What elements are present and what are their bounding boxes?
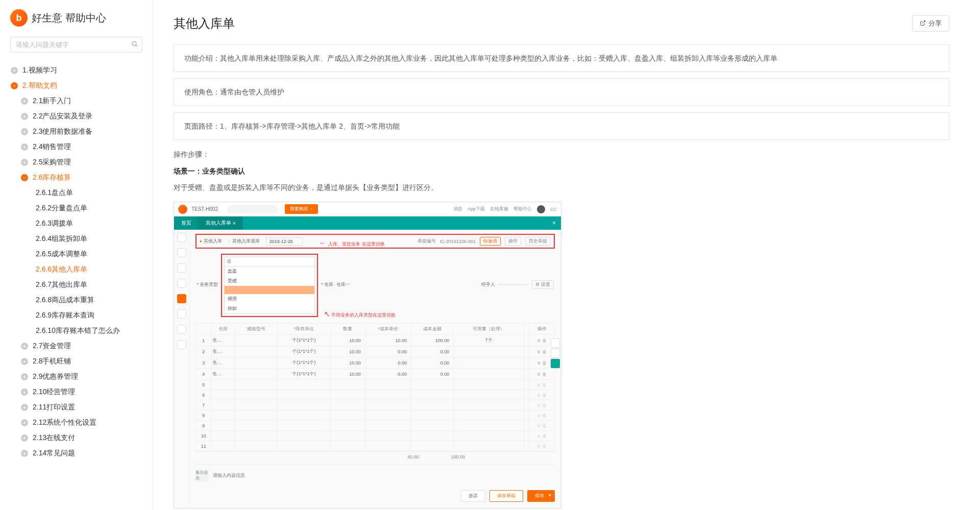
ss-nav-icon[interactable] [177, 279, 186, 288]
ss-dropdown-option[interactable]: 领用 [225, 294, 314, 304]
ss-draft-button[interactable]: 保存草稿 [489, 490, 523, 502]
table-row[interactable]: 1仓…个(1*1*1个)10.0010.00100.007个⊕ 🗑 [196, 335, 555, 346]
ss-dropdown-option[interactable]: 盘盈 [225, 266, 314, 276]
nav-item[interactable]: +2.5采购管理 [10, 155, 142, 170]
ss-dropdown-option[interactable]: 受赠 [225, 276, 314, 286]
ss-rtab-icon[interactable] [551, 338, 560, 348]
expand-icon: + [10, 66, 18, 75]
search-input[interactable] [10, 37, 142, 53]
nav-item-label: 2.6.6其他入库单 [36, 265, 87, 274]
nav-item[interactable]: +2.7资金管理 [10, 338, 142, 354]
table-row[interactable]: 3仓…个(1*1*1个)10.000.000.00⊕ 🗑 [196, 357, 555, 369]
nav-item[interactable]: 2.6.6其他入库单 [10, 262, 142, 277]
ss-nav-icon[interactable] [177, 309, 186, 319]
table-row-empty[interactable]: 9⊕ 🗑 [196, 421, 555, 431]
ss-tab-home[interactable]: 首页 [174, 216, 199, 230]
info-label: 使用角色： [184, 88, 220, 96]
ss-doc-type-row: 其他入库 其他入库退库 2019-12-26 入库、退货业务 在这里切换 单据编… [195, 234, 555, 249]
ss-pill-action[interactable]: 操作 [505, 237, 521, 246]
ss-handler-input[interactable] [498, 284, 529, 285]
nav-item[interactable]: +2.13在线支付 [10, 430, 142, 446]
nav-item[interactable]: +2.1新手入门 [10, 93, 142, 109]
search-box [10, 37, 142, 53]
table-row-empty[interactable]: 11⊕ 🗑 [196, 441, 555, 451]
ss-dropdown-option[interactable] [225, 286, 314, 294]
ss-nav-icon[interactable] [177, 233, 186, 242]
ss-search-input[interactable] [227, 205, 278, 213]
ss-radio-inbound[interactable]: 其他入库 [200, 238, 222, 245]
ss-pill-quickfill[interactable]: 快速填 [480, 237, 501, 246]
nav-item-label: 2.6.1盘点单 [36, 188, 73, 198]
nav-item[interactable]: +2.3使用前数据准备 [10, 124, 142, 139]
ss-nav-icon-active[interactable] [177, 294, 186, 303]
table-row[interactable]: 4仓…个(1*1*1个)10.000.000.00⊕ 🗑 [196, 369, 555, 380]
nav-item[interactable]: 2.6.7其他出库单 [10, 277, 142, 293]
share-button[interactable]: 分享 [912, 15, 949, 32]
collapse-icon: − [20, 174, 29, 182]
share-icon [920, 20, 926, 28]
expand-icon: + [20, 97, 29, 105]
ss-settings-button[interactable]: ⚙ 设置 [532, 280, 554, 289]
ss-help-link[interactable]: 帮助中心 [513, 206, 532, 212]
ss-biztype-options: 盘盈受赠 领用拆卸 [224, 266, 315, 314]
nav-item[interactable]: 2.6.9库存账本查询 [10, 308, 142, 323]
ss-leftnav [174, 230, 189, 508]
nav-item[interactable]: +2.2产品安装及登录 [10, 109, 142, 124]
search-icon[interactable] [131, 40, 138, 49]
nav-item[interactable]: +2.11打印设置 [10, 400, 142, 415]
ss-date-input[interactable]: 2019-12-26 [266, 237, 303, 246]
svg-point-0 [132, 41, 136, 45]
nav-item[interactable]: 2.6.10库存账本错了怎么办 [10, 323, 142, 338]
ss-nav-icon[interactable] [177, 263, 186, 273]
ss-nav-icon[interactable] [177, 248, 186, 257]
nav-item[interactable]: +2.14常见问题 [10, 446, 142, 461]
nav-item[interactable]: +2.9优惠券管理 [10, 369, 142, 384]
nav-item-label: 2.3使用前数据准备 [33, 127, 92, 136]
nav-item[interactable]: 2.6.8商品成本重算 [10, 293, 142, 308]
ss-message-link[interactable]: 消息 [453, 206, 462, 212]
nav-item[interactable]: +2.12系统个性化设置 [10, 415, 142, 430]
ss-tab-close-icon[interactable]: × [233, 221, 236, 226]
table-row-empty[interactable]: 8⊕ 🗑 [196, 410, 555, 421]
ss-dropdown-option[interactable]: 拆卸 [225, 304, 314, 313]
nav-item[interactable]: 2.6.2分量盘点单 [10, 201, 142, 216]
ss-buy-button[interactable]: 我要购买→ [285, 204, 318, 214]
nav-item[interactable]: −2.帮助文档 [10, 78, 142, 93]
ss-tabs-close-icon[interactable]: × [547, 220, 561, 227]
ss-download-link[interactable]: App下载 [468, 206, 485, 212]
nav-item[interactable]: +2.10经营管理 [10, 384, 142, 400]
logo-text: 好生意 帮助中心 [32, 11, 106, 25]
table-row-empty[interactable]: 10⊕ 🗑 [196, 431, 555, 441]
steps-label: 操作步骤： [174, 150, 949, 159]
ss-pill-history[interactable]: 历史单据 [525, 237, 551, 246]
ss-biztype-dropdown[interactable]: 请 盘盈受赠 领用拆卸 不同业务的入库类型在这里切换 [221, 254, 318, 317]
ss-remark-input[interactable] [213, 470, 555, 480]
ss-avatar-icon[interactable] [537, 205, 545, 213]
ss-rtab-icon-active[interactable] [551, 359, 560, 368]
nav-item[interactable]: +1.视频学习 [10, 63, 142, 78]
table-row-empty[interactable]: 5⊕ 🗑 [196, 380, 555, 390]
nav-item[interactable]: +2.8手机旺铺 [10, 354, 142, 369]
nav-item-label: 2.6.5成本调整单 [36, 250, 87, 259]
ss-filter-row: * 业务类型 请 盘盈受赠 领用拆卸 不同业务的入库类型在这里切换 * 仓库 仓… [195, 249, 555, 320]
ss-warehouse-label: * 仓库 [321, 281, 333, 288]
nav-item[interactable]: 2.6.4组装拆卸单 [10, 231, 142, 247]
table-row-empty[interactable]: 7⊕ 🗑 [196, 400, 555, 410]
nav-item[interactable]: 2.6.1盘点单 [10, 185, 142, 201]
ss-save-button[interactable]: 保存 [527, 490, 555, 502]
ss-support-link[interactable]: 在线客服 [490, 206, 508, 212]
ss-biztype-input[interactable]: 请 [224, 257, 315, 266]
ss-nav-icon[interactable] [177, 325, 186, 334]
ss-tab-active[interactable]: 其他入库单 × [199, 216, 243, 230]
ss-discard-button[interactable]: 放弃 [461, 490, 485, 502]
table-row-empty[interactable]: 6⊕ 🗑 [196, 390, 555, 400]
expand-icon: + [20, 158, 29, 166]
nav-item[interactable]: −2.6库存核算 [10, 170, 142, 185]
nav-item[interactable]: 2.6.5成本调整单 [10, 247, 142, 262]
table-row[interactable]: 2仓…个(1*1*1个)10.000.000.00⊕ 🗑 [196, 346, 555, 357]
ss-nav-icon[interactable] [177, 340, 186, 349]
nav-item[interactable]: 2.6.3调拨单 [10, 216, 142, 231]
ss-rtab-icon[interactable] [551, 349, 560, 358]
nav-item[interactable]: +2.4销售管理 [10, 139, 142, 155]
ss-radio-return[interactable]: 其他入库退库 [228, 238, 260, 245]
